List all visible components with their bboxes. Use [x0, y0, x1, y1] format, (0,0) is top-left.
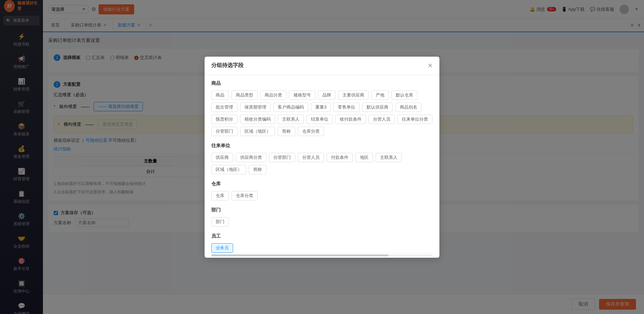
modal-body[interactable]: 商品 商品 商品类型 商品分类 规格型号 品牌 主要供应商 产地 默认仓库 批次…: [205, 75, 439, 253]
field-tags-goods: 商品 商品类型 商品分类 规格型号 品牌 主要供应商 产地 默认仓库 批次管理 …: [211, 90, 433, 136]
field-tag[interactable]: 商品分类: [260, 90, 286, 100]
field-tag[interactable]: 分管人员: [369, 115, 395, 124]
field-tag[interactable]: 拣货积分: [211, 115, 237, 124]
field-group-department-title: 部门: [211, 207, 433, 213]
modal-title: 分组待选字段: [211, 62, 244, 69]
field-tag[interactable]: 保质期管理: [240, 103, 271, 112]
field-tag[interactable]: 往来单位分类: [397, 115, 432, 124]
field-tag[interactable]: 商品: [211, 90, 229, 100]
field-tag[interactable]: 商品类型: [231, 90, 258, 100]
field-tag[interactable]: 品牌: [318, 90, 335, 100]
field-tag[interactable]: 区域（地区）: [240, 127, 275, 136]
field-tag[interactable]: 地区: [356, 153, 373, 162]
field-group-counterparty-title: 往来单位: [211, 143, 433, 149]
field-tag[interactable]: 供应商分类: [236, 153, 266, 162]
field-tag[interactable]: 分管部门: [211, 127, 237, 136]
field-tag[interactable]: 仓库分类: [298, 127, 324, 136]
field-tag[interactable]: 收付款条件: [335, 115, 366, 124]
field-tag[interactable]: 简称: [278, 127, 295, 136]
field-tags-counterparty: 供应商 供应商分类 分管部门 分管人员 付款条件 地区 主联系人 区域（地区） …: [211, 153, 433, 174]
field-tag[interactable]: 零售单位: [333, 103, 360, 112]
field-tag-salesperson[interactable]: 业务员: [211, 243, 233, 253]
field-group-warehouse: 仓库 仓库 仓库分类: [211, 181, 433, 200]
field-tag[interactable]: 供应商: [211, 153, 233, 162]
field-tag[interactable]: 分管部门: [269, 153, 295, 162]
field-group-goods-title: 商品: [211, 80, 433, 86]
field-tag[interactable]: 主要供应商: [338, 90, 369, 100]
field-tag[interactable]: 区域（地区）: [211, 165, 246, 174]
scroll-track: [211, 254, 433, 256]
field-tag[interactable]: 产地: [371, 90, 389, 100]
field-tag[interactable]: 重量3: [311, 103, 331, 112]
field-group-staff: 员工 业务员: [211, 233, 433, 253]
field-tag[interactable]: 仓库: [211, 191, 229, 200]
modal-header: 分组待选字段 ✕: [205, 57, 439, 75]
modal-close-button[interactable]: ✕: [428, 62, 433, 69]
field-tags-staff: 业务员: [211, 243, 433, 253]
field-group-staff-title: 员工: [211, 233, 433, 239]
field-tag[interactable]: 税收分类编码: [240, 115, 275, 124]
field-tag[interactable]: 默认仓库: [391, 90, 418, 100]
field-group-goods: 商品 商品 商品类型 商品分类 规格型号 品牌 主要供应商 产地 默认仓库 批次…: [211, 80, 433, 136]
field-tag[interactable]: 分管人员: [298, 153, 324, 162]
modal: 分组待选字段 ✕ 商品 商品 商品类型 商品分类 规格型号 品牌 主要供应商 产…: [205, 57, 439, 258]
field-tag[interactable]: 规格型号: [289, 90, 315, 100]
field-tag[interactable]: 仓库分类: [231, 191, 258, 200]
field-tag[interactable]: 结算单位: [307, 115, 333, 124]
modal-overlay: 分组待选字段 ✕ 商品 商品 商品类型 商品分类 规格型号 品牌 主要供应商 产…: [0, 0, 644, 314]
field-tags-warehouse: 仓库 仓库分类: [211, 191, 433, 200]
field-tags-department: 部门: [211, 217, 433, 227]
modal-scroll-bar[interactable]: [205, 253, 439, 258]
field-group-warehouse-title: 仓库: [211, 181, 433, 187]
field-tag[interactable]: 默认供应商: [362, 103, 393, 112]
field-group-department: 部门 部门: [211, 207, 433, 227]
field-tag[interactable]: 商品别名: [395, 103, 422, 112]
field-tag[interactable]: 主联系人: [376, 153, 402, 162]
field-group-counterparty: 往来单位 供应商 供应商分类 分管部门 分管人员 付款条件 地区 主联系人 区域…: [211, 143, 433, 174]
field-tag[interactable]: 客户商品编码: [273, 103, 308, 112]
field-tag[interactable]: 部门: [211, 217, 229, 227]
field-tag[interactable]: 主联系人: [278, 115, 304, 124]
scroll-thumb[interactable]: [211, 254, 388, 256]
field-tag[interactable]: 简称: [249, 165, 266, 174]
field-tag[interactable]: 批次管理: [211, 103, 237, 112]
field-tag[interactable]: 付款条件: [327, 153, 353, 162]
